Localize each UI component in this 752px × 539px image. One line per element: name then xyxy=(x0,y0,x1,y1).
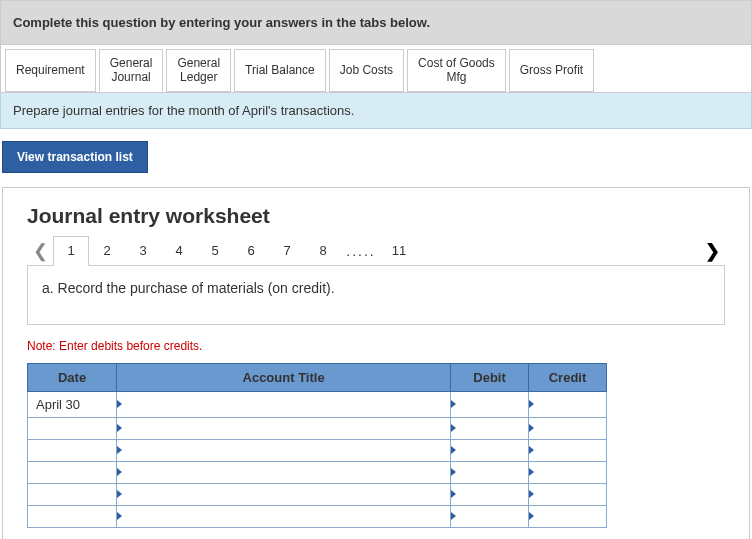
dropdown-marker-icon xyxy=(117,490,122,498)
pager-item-8[interactable]: 8 xyxy=(305,236,341,266)
pager-item-6[interactable]: 6 xyxy=(233,236,269,266)
pager-prev-icon[interactable]: ❮ xyxy=(27,240,53,262)
pager-ellipsis: ..... xyxy=(341,243,381,259)
tabs-row: Requirement General Journal General Ledg… xyxy=(0,45,752,93)
th-credit: Credit xyxy=(529,363,607,391)
note-text: Note: Enter debits before credits. xyxy=(27,339,725,353)
dropdown-marker-icon xyxy=(117,424,122,432)
dropdown-marker-icon xyxy=(451,490,456,498)
dropdown-marker-icon xyxy=(529,468,534,476)
dropdown-marker-icon xyxy=(117,468,122,476)
cell-debit[interactable] xyxy=(451,439,529,461)
cell-date[interactable] xyxy=(28,461,117,483)
cell-debit[interactable] xyxy=(451,461,529,483)
th-debit: Debit xyxy=(451,363,529,391)
worksheet-title: Journal entry worksheet xyxy=(27,204,725,228)
transaction-prompt-box: a. Record the purchase of materials (on … xyxy=(27,265,725,325)
th-date: Date xyxy=(28,363,117,391)
table-row xyxy=(28,417,607,439)
tab-cogm[interactable]: Cost of Goods Mfg xyxy=(407,49,506,92)
cell-account-title[interactable] xyxy=(117,461,451,483)
cell-debit[interactable] xyxy=(451,505,529,527)
cell-debit[interactable] xyxy=(451,391,529,417)
cell-account-title[interactable] xyxy=(117,505,451,527)
table-header-row: Date Account Title Debit Credit xyxy=(28,363,607,391)
cell-account-title[interactable] xyxy=(117,483,451,505)
cell-credit[interactable] xyxy=(529,391,607,417)
dropdown-marker-icon xyxy=(529,490,534,498)
dropdown-marker-icon xyxy=(117,446,122,454)
tab-job-costs[interactable]: Job Costs xyxy=(329,49,404,92)
pager-item-2[interactable]: 2 xyxy=(89,236,125,266)
cell-account-title[interactable] xyxy=(117,391,451,417)
cell-credit[interactable] xyxy=(529,483,607,505)
cell-date[interactable] xyxy=(28,505,117,527)
cell-debit[interactable] xyxy=(451,417,529,439)
table-row xyxy=(28,439,607,461)
transaction-prompt-text: a. Record the purchase of materials (on … xyxy=(42,280,335,296)
cell-debit[interactable] xyxy=(451,483,529,505)
dropdown-marker-icon xyxy=(529,512,534,520)
dropdown-marker-icon xyxy=(529,400,534,408)
tab-requirement[interactable]: Requirement xyxy=(5,49,96,92)
pager-item-3[interactable]: 3 xyxy=(125,236,161,266)
dropdown-marker-icon xyxy=(529,424,534,432)
pager-item-last[interactable]: 11 xyxy=(381,236,417,266)
cell-credit[interactable] xyxy=(529,461,607,483)
prompt-bar: Prepare journal entries for the month of… xyxy=(0,93,752,129)
view-transaction-list-button[interactable]: View transaction list xyxy=(2,141,148,173)
table-row: April 30 xyxy=(28,391,607,417)
table-row xyxy=(28,505,607,527)
cell-date[interactable]: April 30 xyxy=(28,391,117,417)
cell-date[interactable] xyxy=(28,417,117,439)
dropdown-marker-icon xyxy=(451,468,456,476)
journal-worksheet: Journal entry worksheet ❮ 1 2 3 4 5 6 7 … xyxy=(2,187,750,539)
pager-item-7[interactable]: 7 xyxy=(269,236,305,266)
dropdown-marker-icon xyxy=(451,400,456,408)
pager-item-4[interactable]: 4 xyxy=(161,236,197,266)
pager-item-5[interactable]: 5 xyxy=(197,236,233,266)
instruction-banner: Complete this question by entering your … xyxy=(0,0,752,45)
journal-entry-table: Date Account Title Debit Credit April 30 xyxy=(27,363,607,528)
prompt-text: Prepare journal entries for the month of… xyxy=(13,103,354,118)
table-row xyxy=(28,483,607,505)
cell-account-title[interactable] xyxy=(117,439,451,461)
th-account-title: Account Title xyxy=(117,363,451,391)
cell-credit[interactable] xyxy=(529,417,607,439)
instruction-text: Complete this question by entering your … xyxy=(13,15,430,30)
view-transactions-wrap: View transaction list xyxy=(0,129,752,187)
dropdown-marker-icon xyxy=(451,512,456,520)
tab-gross-profit[interactable]: Gross Profit xyxy=(509,49,594,92)
tab-trial-balance[interactable]: Trial Balance xyxy=(234,49,326,92)
dropdown-marker-icon xyxy=(451,446,456,454)
pager-next-icon[interactable]: ❯ xyxy=(699,240,725,262)
tab-general-ledger[interactable]: General Ledger xyxy=(166,49,231,92)
dropdown-marker-icon xyxy=(451,424,456,432)
cell-date[interactable] xyxy=(28,483,117,505)
tab-general-journal[interactable]: General Journal xyxy=(99,49,164,92)
cell-account-title[interactable] xyxy=(117,417,451,439)
dropdown-marker-icon xyxy=(117,400,122,408)
entry-pager: ❮ 1 2 3 4 5 6 7 8 ..... 11 ❯ xyxy=(27,236,725,266)
table-row xyxy=(28,461,607,483)
dropdown-marker-icon xyxy=(117,512,122,520)
cell-credit[interactable] xyxy=(529,439,607,461)
cell-credit[interactable] xyxy=(529,505,607,527)
cell-date[interactable] xyxy=(28,439,117,461)
pager-item-1[interactable]: 1 xyxy=(53,236,89,266)
dropdown-marker-icon xyxy=(529,446,534,454)
